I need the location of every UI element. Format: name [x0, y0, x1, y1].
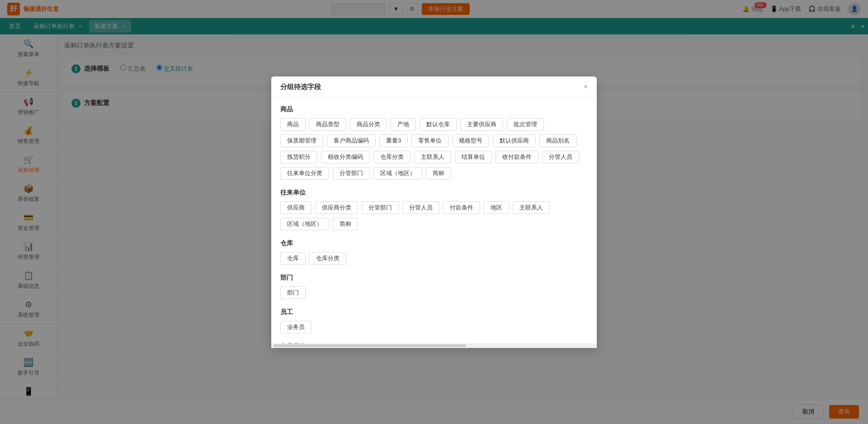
field-tag-supplier[interactable]: 供应商 — [280, 201, 311, 214]
hscroll-thumb[interactable] — [273, 344, 466, 347]
field-tag-goods-alias[interactable]: 商品别名 — [539, 134, 576, 147]
field-group-employee-title: 员工 — [280, 308, 588, 316]
field-tag-supervise-dept[interactable]: 分管部门 — [333, 167, 370, 180]
field-group-goods: 商品 商品 商品类型 商品分类 产地 默认仓库 主要供应商 批次管理 保质期管理… — [280, 105, 588, 180]
field-tag-payment-terms[interactable]: 收付款条件 — [495, 151, 538, 163]
modal-title: 分组待选字段 — [280, 83, 321, 91]
field-tags-warehouse: 仓库 仓库分类 — [280, 252, 588, 265]
field-group-department: 部门 部门 — [280, 274, 588, 299]
field-tag-salesperson[interactable]: 业务员 — [280, 321, 311, 333]
field-tag-warehouse-category[interactable]: 仓库分类 — [373, 151, 410, 163]
field-tag-customer-code[interactable]: 客户商品编码 — [327, 134, 376, 147]
field-tag-weight3[interactable]: 重量3 — [379, 134, 408, 147]
field-tag-warehouse[interactable]: 仓库 — [280, 252, 306, 265]
field-tag-batch-mgmt[interactable]: 批次管理 — [507, 118, 544, 131]
field-group-warehouse: 仓库 仓库 仓库分类 — [280, 239, 588, 265]
field-tag-origin[interactable]: 产地 — [391, 118, 416, 131]
field-tag-expiry-mgmt[interactable]: 保质期管理 — [280, 134, 323, 147]
field-group-partner-title: 往来单位 — [280, 189, 588, 197]
field-tag-supplier-category[interactable]: 供应商分类 — [315, 201, 358, 214]
field-tag-warehouse-cat[interactable]: 仓库分类 — [309, 252, 346, 265]
field-tag-default-warehouse[interactable]: 默认仓库 — [420, 118, 457, 131]
field-tag-tax-code[interactable]: 税收分类编码 — [321, 151, 370, 163]
field-tag-goods-category[interactable]: 商品分类 — [350, 118, 387, 131]
field-tag-retail-unit[interactable]: 零售单位 — [411, 134, 448, 147]
modal-header: 分组待选字段 × — [271, 76, 597, 98]
modal-body: 商品 商品 商品类型 商品分类 产地 默认仓库 主要供应商 批次管理 保质期管理… — [271, 98, 597, 343]
field-group-goods-title: 商品 — [280, 105, 588, 114]
field-tag-partner-region[interactable]: 区域（地区） — [280, 218, 329, 230]
field-tag-partner-abbr[interactable]: 简称 — [333, 218, 358, 230]
field-group-partner: 往来单位 供应商 供应商分类 分管部门 分管人员 付款条件 地区 主联系人 区域… — [280, 189, 588, 230]
field-selection-modal: 分组待选字段 × 商品 商品 商品类型 商品分类 产地 默认仓库 主要供应商 批… — [271, 76, 597, 348]
field-group-warehouse-title: 仓库 — [280, 239, 588, 248]
field-tags-goods: 商品 商品类型 商品分类 产地 默认仓库 主要供应商 批次管理 保质期管理 客户… — [280, 118, 588, 180]
field-tag-pick-points[interactable]: 拣货积分 — [280, 151, 317, 163]
field-tag-abbr[interactable]: 简称 — [426, 167, 451, 180]
field-group-employee: 员工 业务员 — [280, 308, 588, 333]
field-tag-region[interactable]: 区域（地区） — [373, 167, 422, 180]
field-tags-employee: 业务员 — [280, 321, 588, 333]
field-tag-default-supplier[interactable]: 默认供应商 — [493, 134, 536, 147]
field-tag-partner-dept[interactable]: 分管部门 — [362, 201, 399, 214]
modal-horizontal-scrollbar[interactable] — [271, 343, 597, 348]
field-tag-area[interactable]: 地区 — [484, 201, 509, 214]
field-tags-partner: 供应商 供应商分类 分管部门 分管人员 付款条件 地区 主联系人 区域（地区） … — [280, 201, 588, 230]
field-tags-department: 部门 — [280, 286, 588, 299]
field-tag-main-contact[interactable]: 主联系人 — [414, 151, 451, 163]
modal-close-button[interactable]: × — [584, 83, 588, 91]
field-tag-partner-supervisor[interactable]: 分管人员 — [402, 201, 439, 214]
modal-overlay: 分组待选字段 × 商品 商品 商品类型 商品分类 产地 默认仓库 主要供应商 批… — [0, 0, 868, 424]
field-tag-partner-contact[interactable]: 主联系人 — [513, 201, 550, 214]
field-tag-settlement-unit[interactable]: 结算单位 — [455, 151, 492, 163]
field-group-department-title: 部门 — [280, 274, 588, 282]
field-tag-payment-cond[interactable]: 付款条件 — [443, 201, 480, 214]
field-tag-goods[interactable]: 商品 — [280, 118, 306, 131]
field-tag-supervisor[interactable]: 分管人员 — [542, 151, 579, 163]
field-tag-main-supplier[interactable]: 主要供应商 — [460, 118, 503, 131]
field-tag-spec-model[interactable]: 规格型号 — [452, 134, 489, 147]
field-tag-goods-type[interactable]: 商品类型 — [309, 118, 346, 131]
field-tag-partner-category[interactable]: 往来单位分类 — [280, 167, 329, 180]
field-tag-department[interactable]: 部门 — [280, 286, 306, 299]
